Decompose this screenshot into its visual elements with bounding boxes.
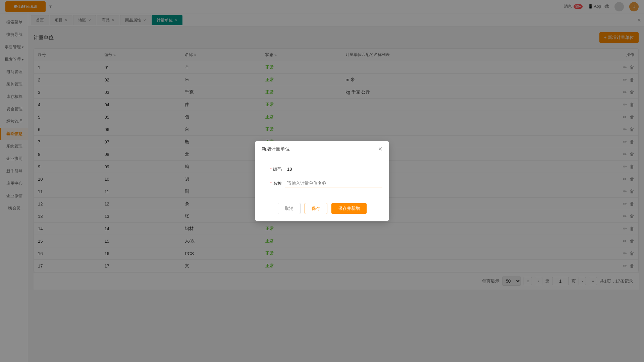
- cancel-button[interactable]: 取消: [278, 203, 301, 214]
- form-row-name: 名称: [262, 179, 382, 187]
- add-unit-modal: 新增计量单位 ✕ 编码 名称 取消 保存 保存并新增: [255, 141, 389, 221]
- modal-title: 新增计量单位: [262, 146, 290, 152]
- modal-header: 新增计量单位 ✕: [255, 141, 389, 157]
- modal-close-button[interactable]: ✕: [378, 146, 382, 152]
- code-input[interactable]: [285, 165, 382, 173]
- save-button[interactable]: 保存: [305, 203, 327, 214]
- name-label: 名称: [262, 180, 282, 186]
- form-row-code: 编码: [262, 165, 382, 173]
- save-and-new-button[interactable]: 保存并新增: [331, 203, 367, 214]
- code-label: 编码: [262, 166, 282, 172]
- name-input[interactable]: [285, 179, 382, 187]
- modal-footer: 取消 保存 保存并新增: [255, 199, 389, 221]
- modal-overlay[interactable]: 新增计量单位 ✕ 编码 名称 取消 保存 保存并新增: [0, 0, 644, 362]
- modal-body: 编码 名称: [255, 157, 389, 199]
